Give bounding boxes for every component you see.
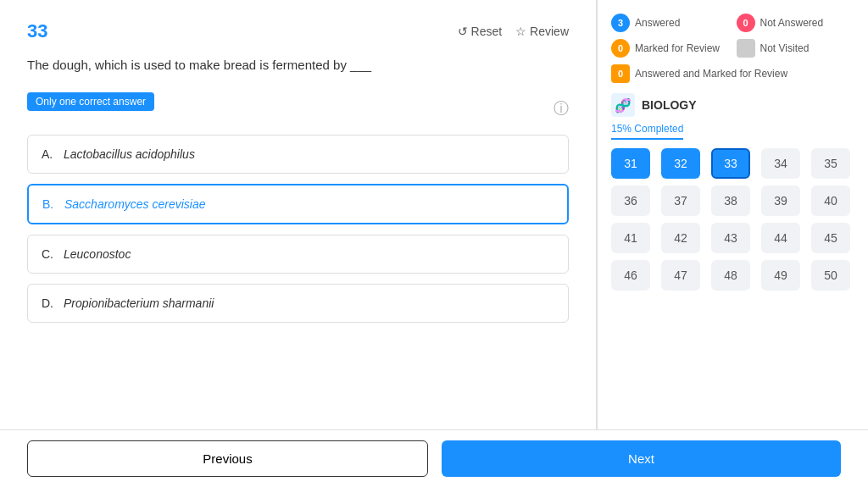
question-grid-btn-32[interactable]: 32 [661, 148, 700, 179]
option-a[interactable]: A. Lactobacillus acidophilus [27, 135, 569, 174]
question-grid-btn-44[interactable]: 44 [761, 223, 800, 253]
question-header: 33 ↺ Reset ☆ Review [27, 20, 569, 42]
question-actions: ↺ Reset ☆ Review [458, 25, 569, 38]
question-number: 33 [27, 20, 47, 42]
info-icon[interactable]: ⓘ [554, 98, 569, 119]
question-grid-btn-36[interactable]: 36 [611, 185, 650, 216]
option-c-text: Leuconostoc [64, 247, 131, 261]
legend-marked: 0 Marked for Review [611, 39, 730, 58]
option-d[interactable]: D. Propionibacterium sharmanii [27, 284, 569, 323]
option-d-text: Propionibacterium sharmanii [64, 296, 214, 310]
section-title: BIOLOGY [642, 98, 697, 112]
legend-answered-marked: 0 Answered and Marked for Review [611, 64, 854, 83]
option-c-letter: C. [42, 247, 55, 261]
question-grid: 3132333435363738394041424344454647484950 [611, 148, 854, 291]
legend-answered: 3 Answered [611, 14, 730, 32]
answered-marked-label: Answered and Marked for Review [635, 68, 787, 80]
question-grid-btn-49[interactable]: 49 [761, 260, 800, 291]
question-grid-btn-39[interactable]: 39 [761, 185, 800, 216]
question-grid-btn-33[interactable]: 33 [711, 148, 750, 179]
option-b-letter: B. [42, 197, 56, 211]
answered-marked-badge: 0 [611, 64, 630, 83]
option-b[interactable]: B. Saccharomyces cerevisiae [27, 184, 569, 224]
star-icon: ☆ [515, 25, 526, 38]
options-container: A. Lactobacillus acidophilus B. Saccharo… [27, 135, 569, 323]
answered-label: Answered [635, 17, 680, 29]
answered-badge: 3 [611, 14, 630, 32]
option-d-letter: D. [42, 296, 55, 310]
question-panel: 33 ↺ Reset ☆ Review The dough, which is … [0, 0, 597, 429]
next-button[interactable]: Next [442, 440, 841, 477]
question-grid-btn-47[interactable]: 47 [661, 260, 700, 291]
question-grid-btn-46[interactable]: 46 [611, 260, 650, 291]
legend: 3 Answered 0 Not Answered 0 Marked for R… [611, 14, 854, 83]
reset-icon: ↺ [458, 25, 468, 38]
bottom-nav: Previous Next [0, 429, 868, 487]
option-b-text: Saccharomyces cerevisiae [64, 197, 206, 211]
question-grid-btn-38[interactable]: 38 [711, 185, 750, 216]
option-c[interactable]: C. Leuconostoc [27, 235, 569, 274]
not-visited-badge [737, 39, 755, 58]
question-grid-btn-43[interactable]: 43 [711, 223, 750, 253]
section-header: 🧬 BIOLOGY [611, 93, 854, 117]
not-answered-badge: 0 [737, 14, 755, 32]
question-text: The dough, which is used to make bread i… [27, 56, 569, 75]
question-grid-btn-50[interactable]: 50 [811, 260, 850, 291]
question-grid-btn-48[interactable]: 48 [711, 260, 750, 291]
question-grid-btn-42[interactable]: 42 [661, 223, 700, 253]
question-grid-btn-37[interactable]: 37 [661, 185, 700, 216]
question-grid-btn-31[interactable]: 31 [611, 148, 650, 179]
section-progress: 15% Completed [611, 123, 683, 140]
section-icon: 🧬 [611, 93, 635, 117]
reset-button[interactable]: ↺ Reset [458, 25, 503, 38]
question-grid-btn-40[interactable]: 40 [811, 185, 850, 216]
legend-not-visited: Not Visited [737, 39, 855, 58]
question-grid-btn-41[interactable]: 41 [611, 223, 650, 253]
legend-not-answered: 0 Not Answered [737, 14, 855, 32]
marked-badge: 0 [611, 39, 630, 58]
answer-type-badge: Only one correct answer [27, 92, 154, 111]
question-grid-btn-35[interactable]: 35 [811, 148, 850, 179]
question-grid-btn-34[interactable]: 34 [761, 148, 800, 179]
option-a-text: Lactobacillus acidophilus [64, 147, 195, 161]
sidebar: 3 Answered 0 Not Answered 0 Marked for R… [597, 0, 868, 429]
not-visited-label: Not Visited [760, 42, 810, 54]
marked-label: Marked for Review [635, 42, 720, 54]
previous-button[interactable]: Previous [27, 440, 428, 477]
option-a-letter: A. [42, 147, 55, 161]
review-button[interactable]: ☆ Review [515, 25, 569, 38]
not-answered-label: Not Answered [760, 17, 824, 29]
question-grid-btn-45[interactable]: 45 [811, 223, 850, 253]
